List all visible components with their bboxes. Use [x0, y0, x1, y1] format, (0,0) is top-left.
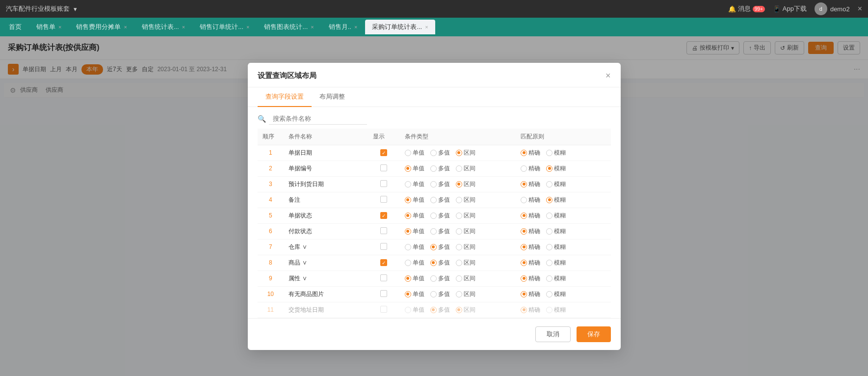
- type-radio-item[interactable]: 单值: [405, 227, 424, 236]
- cell-display[interactable]: [368, 255, 399, 270]
- type-radio-item[interactable]: 区间: [456, 164, 475, 173]
- type-radio-item[interactable]: 多值: [430, 180, 450, 188]
- display-checkbox[interactable]: [380, 149, 387, 156]
- cell-display[interactable]: [368, 192, 399, 208]
- type-radio-item[interactable]: 多值: [430, 212, 450, 220]
- cell-display[interactable]: [368, 302, 399, 318]
- type-radio-item[interactable]: 单值: [405, 180, 424, 188]
- match-radio-item[interactable]: 精确: [521, 290, 540, 298]
- type-radio-item[interactable]: 区间: [456, 259, 475, 267]
- type-radio-item[interactable]: 多值: [430, 243, 450, 251]
- cell-display[interactable]: [368, 223, 399, 239]
- type-radio-item[interactable]: 区间: [456, 196, 475, 204]
- match-radio-item[interactable]: 精确: [521, 149, 540, 157]
- download-area[interactable]: 📱 App下载: [773, 4, 807, 13]
- user-area[interactable]: d demo2: [815, 2, 850, 15]
- type-radio-item[interactable]: 单值: [405, 149, 424, 157]
- match-radio-item[interactable]: 精确: [521, 196, 540, 204]
- save-button[interactable]: 保存: [577, 326, 611, 342]
- type-radio-item[interactable]: 单值: [405, 164, 424, 173]
- match-radio-item[interactable]: 精确: [521, 180, 540, 188]
- display-checkbox[interactable]: [380, 290, 387, 297]
- type-radio-item[interactable]: 单值: [405, 290, 424, 298]
- tab-sales-order-stat-close[interactable]: ×: [246, 24, 249, 30]
- type-radio-item[interactable]: 多值: [430, 164, 450, 173]
- tab-purchase-stat-close[interactable]: ×: [425, 24, 428, 30]
- match-radio-item[interactable]: 模糊: [546, 306, 566, 314]
- cell-display[interactable]: [368, 208, 399, 223]
- type-radio-item[interactable]: 区间: [456, 180, 475, 188]
- match-radio-item[interactable]: 模糊: [546, 274, 566, 283]
- display-checkbox[interactable]: [380, 274, 387, 281]
- type-radio-item[interactable]: 多值: [430, 149, 450, 157]
- match-radio-item[interactable]: 精确: [521, 306, 540, 314]
- type-radio-item[interactable]: 单值: [405, 306, 424, 314]
- type-radio-item[interactable]: 区间: [456, 212, 475, 220]
- type-radio-item[interactable]: 区间: [456, 227, 475, 236]
- notification-area[interactable]: 🔔 消息 99+: [728, 4, 765, 13]
- type-radio-item[interactable]: 区间: [456, 243, 475, 251]
- match-radio-item[interactable]: 模糊: [546, 196, 566, 204]
- match-radio-item[interactable]: 精确: [521, 274, 540, 283]
- topbar-close-button[interactable]: ×: [858, 4, 862, 13]
- type-radio-item[interactable]: 单值: [405, 274, 424, 283]
- cancel-button[interactable]: 取消: [535, 326, 571, 342]
- type-radio-item[interactable]: 多值: [430, 290, 450, 298]
- match-radio-item[interactable]: 模糊: [546, 164, 566, 173]
- display-checkbox[interactable]: [380, 212, 387, 219]
- cell-display[interactable]: [368, 286, 399, 302]
- display-checkbox[interactable]: [380, 227, 387, 234]
- type-radio-item[interactable]: 单值: [405, 212, 424, 220]
- type-radio-item[interactable]: 区间: [456, 306, 475, 314]
- tab-purchase-stat[interactable]: 采购订单统计表... ×: [365, 20, 435, 34]
- search-input[interactable]: [269, 113, 367, 125]
- display-checkbox[interactable]: [380, 306, 387, 313]
- match-radio-item[interactable]: 模糊: [546, 149, 566, 157]
- type-radio-item[interactable]: 区间: [456, 290, 475, 298]
- match-radio-item[interactable]: 模糊: [546, 290, 566, 298]
- type-radio-item[interactable]: 区间: [456, 274, 475, 283]
- display-checkbox[interactable]: [380, 180, 387, 187]
- tab-sales[interactable]: 销售单 ×: [29, 20, 68, 34]
- tab-sales-order-stat[interactable]: 销售订单统计... ×: [193, 20, 256, 34]
- cell-display[interactable]: [368, 161, 399, 176]
- match-radio-item[interactable]: 模糊: [546, 259, 566, 267]
- tab-sales-monthly-close[interactable]: ×: [354, 24, 357, 30]
- match-radio-item[interactable]: 模糊: [546, 227, 566, 236]
- tab-home[interactable]: 首页: [2, 20, 28, 34]
- tab-field-settings[interactable]: 查询字段设置: [258, 87, 312, 107]
- tab-sales-close[interactable]: ×: [58, 24, 61, 30]
- match-radio-item[interactable]: 精确: [521, 259, 540, 267]
- display-checkbox[interactable]: [380, 243, 387, 250]
- type-radio-item[interactable]: 单值: [405, 196, 424, 204]
- type-radio-item[interactable]: 多值: [430, 274, 450, 283]
- display-checkbox[interactable]: [380, 259, 387, 266]
- tab-sales-fee-close[interactable]: ×: [124, 24, 127, 30]
- display-checkbox[interactable]: [380, 196, 387, 203]
- type-radio-item[interactable]: 多值: [430, 196, 450, 204]
- tab-layout-adjust[interactable]: 布局调整: [312, 87, 353, 107]
- cell-display[interactable]: [368, 176, 399, 192]
- dropdown-caret[interactable]: ▾: [74, 5, 77, 13]
- display-checkbox[interactable]: [380, 164, 387, 171]
- modal-close-button[interactable]: ×: [605, 71, 611, 81]
- tab-sales-fee[interactable]: 销售费用分摊单 ×: [69, 20, 133, 34]
- match-radio-item[interactable]: 精确: [521, 227, 540, 236]
- match-radio-item[interactable]: 精确: [521, 164, 540, 173]
- cell-display[interactable]: [368, 270, 399, 286]
- match-radio-item[interactable]: 模糊: [546, 212, 566, 220]
- cell-display[interactable]: [368, 145, 399, 161]
- type-radio-item[interactable]: 多值: [430, 306, 450, 314]
- type-radio-item[interactable]: 单值: [405, 259, 424, 267]
- tab-sales-stat-close[interactable]: ×: [182, 24, 185, 30]
- tab-sales-stat[interactable]: 销售统计表... ×: [135, 20, 192, 34]
- type-radio-item[interactable]: 单值: [405, 243, 424, 251]
- cell-display[interactable]: [368, 239, 399, 255]
- type-radio-item[interactable]: 多值: [430, 227, 450, 236]
- match-radio-item[interactable]: 精确: [521, 243, 540, 251]
- tab-sales-monthly[interactable]: 销售月.. ×: [322, 20, 365, 34]
- match-radio-item[interactable]: 模糊: [546, 243, 566, 251]
- match-radio-item[interactable]: 模糊: [546, 180, 566, 188]
- tab-sales-chart-close[interactable]: ×: [311, 24, 314, 30]
- type-radio-item[interactable]: 区间: [456, 149, 475, 157]
